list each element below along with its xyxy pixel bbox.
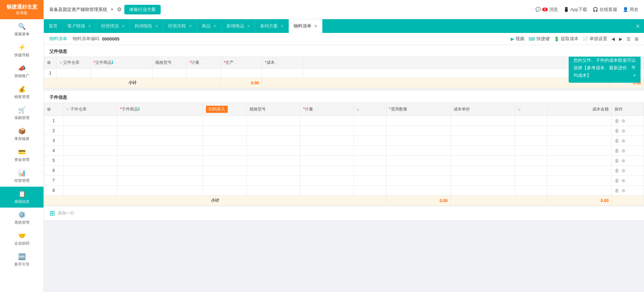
sidebar-item-10[interactable]: 🤝企业协同 bbox=[0, 229, 44, 249]
child-cell-spec-0[interactable] bbox=[246, 116, 300, 126]
sidebar-item-1[interactable]: ⚡快捷导航 bbox=[0, 40, 44, 61]
trial-button[interactable]: 体验行业方案 bbox=[124, 5, 161, 14]
nav-close-icon[interactable]: ✕ bbox=[631, 23, 644, 30]
child-cell-qty-6[interactable] bbox=[386, 176, 450, 186]
copy-icon-2[interactable]: ⊕ bbox=[621, 138, 626, 143]
child-cell-qty-3[interactable] bbox=[386, 146, 450, 156]
sidebar-item-4[interactable]: 🛒采购管理 bbox=[0, 103, 44, 124]
child-cell-warehouse-3[interactable] bbox=[63, 146, 117, 156]
child-th-gear[interactable]: ⚙ bbox=[44, 103, 63, 116]
copy-icon-0[interactable]: ⊕ bbox=[621, 118, 626, 124]
child-cell-warehouse-4[interactable] bbox=[63, 156, 117, 166]
child-cell-qty-0[interactable] bbox=[386, 116, 450, 126]
tab-close-5[interactable]: ✕ bbox=[247, 24, 250, 28]
child-cell-unitcost-6[interactable] bbox=[450, 176, 515, 186]
tab-close-7[interactable]: ✕ bbox=[314, 24, 317, 28]
copy-icon-7[interactable]: ⊕ bbox=[621, 188, 626, 193]
sidebar-item-5[interactable]: 📦库存核算 bbox=[0, 124, 44, 145]
action-video[interactable]: ▶ 视频 bbox=[511, 36, 524, 42]
app-download-item[interactable]: 📱 App下载 bbox=[564, 7, 587, 13]
child-cell-warehouse-2[interactable] bbox=[63, 136, 117, 146]
delete-icon-2[interactable]: 🗑 bbox=[615, 138, 619, 143]
parent-cell-cost-1[interactable] bbox=[262, 69, 303, 78]
child-cell-scan-4[interactable] bbox=[203, 156, 246, 166]
sidebar-item-8[interactable]: 📋基础信息 bbox=[0, 187, 44, 208]
nav-tab-5[interactable]: 新增商品 ✕ bbox=[222, 19, 255, 33]
child-cell-spec-6[interactable] bbox=[246, 176, 300, 186]
tab-close-6[interactable]: ✕ bbox=[281, 24, 284, 28]
child-cell-unit-0[interactable] bbox=[300, 116, 354, 126]
child-cell-unit-1[interactable] bbox=[300, 126, 354, 136]
child-cell-unitcost-7[interactable] bbox=[450, 186, 515, 196]
tab-close-2[interactable]: ✕ bbox=[155, 24, 158, 28]
child-cell-spec-2[interactable] bbox=[246, 136, 300, 146]
child-cell-spec-4[interactable] bbox=[246, 156, 300, 166]
sidebar-item-3[interactable]: 💰销售管理 bbox=[0, 82, 44, 103]
user-item[interactable]: 👤 用友 bbox=[623, 7, 639, 13]
child-cell-product-6[interactable] bbox=[117, 176, 203, 186]
tab-close-0[interactable]: ✕ bbox=[88, 24, 91, 28]
child-cell-unitcost-5[interactable] bbox=[450, 166, 515, 176]
child-cell-unitcost-3[interactable] bbox=[450, 146, 515, 156]
child-cell-scan-2[interactable] bbox=[203, 136, 246, 146]
add-row-icon[interactable]: ⊞ bbox=[49, 209, 55, 217]
delete-icon-6[interactable]: 🗑 bbox=[615, 178, 619, 183]
copy-icon-5[interactable]: ⊕ bbox=[621, 168, 626, 173]
child-cell-warehouse-7[interactable] bbox=[63, 186, 117, 196]
child-cell-spec-5[interactable] bbox=[246, 166, 300, 176]
delete-icon-1[interactable]: 🗑 bbox=[615, 128, 619, 133]
tab-close-1[interactable]: ✕ bbox=[122, 24, 125, 28]
sidebar-item-0[interactable]: 🔍搜索菜单 bbox=[0, 19, 44, 40]
nav-tab-0[interactable]: 客户联络 ✕ bbox=[63, 19, 96, 33]
child-cell-warehouse-1[interactable] bbox=[63, 126, 117, 136]
child-cell-scan-0[interactable] bbox=[203, 116, 246, 126]
sidebar-item-9[interactable]: ⚙️系统管理 bbox=[0, 208, 44, 229]
child-cell-scan-6[interactable] bbox=[203, 176, 246, 186]
child-cell-unitcost-0[interactable] bbox=[450, 116, 515, 126]
child-cell-product-5[interactable] bbox=[117, 166, 203, 176]
scan-button[interactable]: 扫码录入 bbox=[206, 106, 228, 113]
action-shortcut[interactable]: ⌨ 快捷键 bbox=[529, 36, 550, 42]
sidebar-item-11[interactable]: 🆕新手引导 bbox=[0, 249, 44, 270]
child-cell-product-3[interactable] bbox=[117, 146, 203, 156]
child-cell-unit-4[interactable] bbox=[300, 156, 354, 166]
breadcrumb-item-1[interactable]: 物料清单 bbox=[49, 36, 67, 42]
nav-tab-3[interactable]: 经营历程 ✕ bbox=[163, 19, 197, 33]
sidebar-item-6[interactable]: 💳资金管理 bbox=[0, 145, 44, 166]
tab-close-4[interactable]: ✕ bbox=[213, 24, 216, 28]
action-doc-settings[interactable]: 📄 单据设置 bbox=[583, 36, 607, 42]
child-cell-warehouse-5[interactable] bbox=[63, 166, 117, 176]
child-cell-product-1[interactable] bbox=[117, 126, 203, 136]
child-cell-unit-2[interactable] bbox=[300, 136, 354, 146]
settings-icon[interactable]: ⚙ bbox=[117, 6, 122, 13]
child-cell-qty-2[interactable] bbox=[386, 136, 450, 146]
parent-cell-product-1[interactable] bbox=[91, 69, 152, 78]
sidebar-item-2[interactable]: 📣营销推广 bbox=[0, 61, 44, 82]
sidebar-item-7[interactable]: 📊经营管理 bbox=[0, 166, 44, 187]
copy-icon-1[interactable]: ⊕ bbox=[621, 128, 626, 133]
copy-icon-4[interactable]: ⊕ bbox=[621, 158, 626, 163]
parent-th-gear[interactable]: ⚙ bbox=[44, 57, 57, 69]
child-cell-spec-7[interactable] bbox=[246, 186, 300, 196]
child-cell-spec-1[interactable] bbox=[246, 126, 300, 136]
child-cell-unit-3[interactable] bbox=[300, 146, 354, 156]
delete-icon-5[interactable]: 🗑 bbox=[615, 168, 619, 173]
tab-home[interactable]: 首页 bbox=[44, 19, 63, 33]
child-cell-product-4[interactable] bbox=[117, 156, 203, 166]
child-cell-scan-7[interactable] bbox=[203, 186, 246, 196]
parent-cell-produce-1[interactable] bbox=[221, 69, 262, 78]
copy-icon-3[interactable]: ⊕ bbox=[621, 148, 626, 153]
child-cell-spec-3[interactable] bbox=[246, 146, 300, 156]
child-cell-qty-5[interactable] bbox=[386, 166, 450, 176]
nav-tab-7[interactable]: 物料清单 ✕ bbox=[289, 19, 322, 33]
action-expand[interactable]: ⊞ bbox=[635, 36, 639, 42]
child-cell-qty-1[interactable] bbox=[386, 126, 450, 136]
child-cell-qty-7[interactable] bbox=[386, 186, 450, 196]
child-cell-product-0[interactable] bbox=[117, 116, 203, 126]
parent-cell-unit-1[interactable] bbox=[187, 69, 221, 78]
child-cell-unit-7[interactable] bbox=[300, 186, 354, 196]
action-nav-next[interactable]: ▶ bbox=[619, 36, 622, 42]
system-dropdown[interactable]: ▼ bbox=[110, 7, 114, 12]
action-cost[interactable]: 💲 提取成本 bbox=[554, 36, 579, 42]
child-cell-product-2[interactable] bbox=[117, 136, 203, 146]
